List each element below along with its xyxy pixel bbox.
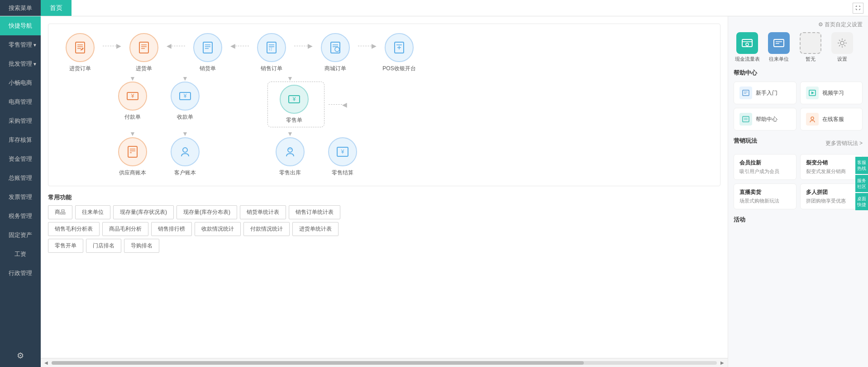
customer-account-icon — [171, 137, 200, 166]
btn-sales-profit[interactable]: 销售毛利分析表 — [48, 222, 100, 236]
sidebar-item-finance[interactable]: 资金管理 — [0, 150, 41, 169]
sidebar-item-salary[interactable]: 工资 — [0, 245, 41, 264]
btn-retail-open[interactable]: 零售开单 — [48, 239, 83, 253]
partner-label: 往来单位 — [769, 56, 789, 63]
quick-icon-partner[interactable]: 往来单位 — [765, 32, 792, 63]
sales-bill-icon — [193, 33, 222, 62]
float-btn-desktop[interactable]: 桌面 快捷 — [855, 193, 868, 210]
btn-sales-stat[interactable]: 销货单统计表 — [240, 205, 286, 219]
scroll-thumb[interactable] — [52, 361, 584, 365]
quick-icon-settings[interactable]: 设置 — [829, 32, 856, 63]
svg-text:¥: ¥ — [341, 149, 344, 155]
marketing-grid: 会员拉新 吸引用户成为会员 裂变分销 裂变式发展分销商 直播卖货 场景式购物新玩… — [734, 154, 863, 209]
retail-settle-icon: ¥ — [328, 137, 357, 166]
help-item-online-service[interactable]: 在线客服 — [800, 108, 863, 130]
btn-partner[interactable]: 往来单位 — [75, 205, 110, 219]
float-btn-community[interactable]: 服务 社区 — [855, 175, 868, 192]
payment-icon: ¥ — [118, 82, 147, 111]
btn-sales-rank[interactable]: 销售排行榜 — [151, 222, 192, 236]
purchase-bill-icon — [129, 33, 158, 62]
chevron-down-icon: ▼ — [33, 43, 37, 48]
scroll-left-arrow[interactable]: ◀ — [43, 359, 50, 367]
btn-payment-stat[interactable]: 付款情况统计 — [243, 222, 290, 236]
retail-out-icon — [276, 137, 305, 166]
marketing-fission[interactable]: 裂变分销 裂变式发展分销商 — [800, 154, 863, 180]
sidebar-item-ecommerce-mgmt[interactable]: 电商管理 — [0, 92, 41, 111]
quick-icons: 现金流量表 往来单位 暂无 — [734, 32, 863, 63]
float-btn-service[interactable]: 客服 热线 — [855, 157, 868, 174]
btn-store-rank[interactable]: 门店排名 — [86, 239, 121, 253]
sidebar-item-wholesale[interactable]: 批发管理 ▼ — [0, 54, 41, 73]
purchase-order-label: 进货订单 — [69, 65, 91, 72]
btn-guide-rank[interactable]: 导购排名 — [124, 239, 159, 253]
marketing-member[interactable]: 会员拉新 吸引用户成为会员 — [734, 154, 796, 180]
supplier-account-icon — [118, 137, 147, 166]
search-menu[interactable]: 搜索菜单 — [0, 0, 41, 16]
sales-order-icon: 订 — [257, 33, 286, 62]
marketing-livestream[interactable]: 直播卖货 场景式购物新玩法 — [734, 184, 796, 209]
partner-icon — [768, 32, 790, 54]
sidebar-item-tax[interactable]: 税务管理 — [0, 207, 41, 226]
svg-rect-0 — [76, 42, 85, 53]
help-grid: 新手入门 视频学习 帮助中心 — [734, 82, 863, 130]
btn-receipt-stat[interactable]: 收款情况统计 — [195, 222, 241, 236]
svg-text:订: 订 — [269, 47, 272, 51]
func-buttons-row2: 销售毛利分析表 商品毛利分析 销售排行榜 收款情况统计 付款情况统计 进货单统计… — [48, 222, 720, 236]
svg-rect-39 — [774, 39, 784, 47]
cashflow-label: 现金流量表 — [735, 56, 760, 63]
func-buttons-row3: 零售开单 门店排名 导购排名 — [48, 239, 720, 253]
settings-icon — [831, 32, 853, 54]
settings-gear-icon[interactable]: ⚙ — [0, 344, 41, 367]
marketing-title: 营销玩法 — [734, 137, 757, 145]
svg-rect-28 — [128, 146, 137, 157]
tab-home[interactable]: 首页 — [41, 0, 72, 16]
sidebar-item-ledger[interactable]: 总账管理 — [0, 169, 41, 188]
retail-out-label: 零售出库 — [279, 169, 301, 177]
svg-point-42 — [840, 41, 844, 45]
help-item-beginner[interactable]: 新手入门 — [734, 82, 796, 104]
sidebar-item-assets[interactable]: 固定资产 — [0, 226, 41, 245]
marketing-group-buy[interactable]: 多人拼团 拼团购物享受优惠 — [800, 184, 863, 209]
scroll-right-arrow[interactable]: ▶ — [719, 359, 726, 367]
svg-rect-43 — [743, 90, 749, 96]
helpcenter-icon — [739, 113, 752, 126]
btn-sales-order-stat[interactable]: 销售订单统计表 — [289, 205, 340, 219]
sales-bill-label: 销货单 — [200, 65, 216, 72]
sidebar-item-retail[interactable]: 零售管理 ▼ — [0, 35, 41, 54]
btn-stock-dist[interactable]: 现存量(库存分布表) — [176, 205, 237, 219]
sidebar: 快捷导航 零售管理 ▼ 批发管理 ▼ 小畅电商 电商管理 采购管理 库存核算 资… — [0, 16, 41, 367]
customize-button[interactable]: ⚙ 首页自定义设置 — [818, 21, 863, 29]
sidebar-item-ecommerce-small[interactable]: 小畅电商 — [0, 73, 41, 92]
mall-order-label: 商城订单 — [324, 65, 346, 72]
more-marketing-link[interactable]: 更多营销玩法 > — [825, 140, 863, 147]
payment-label: 付款单 — [124, 113, 141, 121]
common-functions-title: 常用功能 — [48, 193, 720, 202]
supplier-account-label: 供应商账本 — [119, 169, 146, 177]
help-item-video[interactable]: 视频学习 — [800, 82, 863, 104]
horizontal-scrollbar[interactable]: ◀ ▶ — [41, 358, 728, 367]
sales-order-label: 销售订单 — [261, 65, 282, 72]
quick-icon-cashflow[interactable]: 现金流量表 — [734, 32, 761, 63]
flow-diagram: 进货订单 ▶ 进货单 — [48, 24, 720, 186]
svg-point-33 — [288, 148, 292, 152]
sidebar-item-purchase[interactable]: 采购管理 — [0, 111, 41, 130]
empty-icon — [800, 32, 821, 54]
retail-settle-label: 零售结算 — [332, 169, 353, 177]
sidebar-item-admin[interactable]: 行政管理 — [0, 264, 41, 283]
quick-icon-empty[interactable]: 暂无 — [797, 32, 824, 63]
btn-purchase-stat[interactable]: 进货单统计表 — [292, 222, 339, 236]
retail-bill-icon: ¥ — [280, 85, 309, 114]
svg-point-38 — [746, 43, 749, 46]
help-item-helpcenter[interactable]: 帮助中心 — [734, 108, 796, 130]
sidebar-item-invoice[interactable]: 发票管理 — [0, 188, 41, 207]
scroll-track[interactable] — [52, 361, 717, 365]
btn-stock-status[interactable]: 现存量(库存状况表) — [113, 205, 174, 219]
fullscreen-button[interactable]: ⛶ — [853, 3, 863, 14]
cashflow-icon — [736, 32, 758, 54]
activity-title: 活动 — [734, 216, 863, 224]
right-panel: ⚙ 首页自定义设置 现金流量表 往来单位 — [728, 16, 868, 367]
sidebar-item-quicknav[interactable]: 快捷导航 — [0, 16, 41, 35]
btn-goods-profit[interactable]: 商品毛利分析 — [102, 222, 148, 236]
sidebar-item-inventory[interactable]: 库存核算 — [0, 130, 41, 150]
btn-goods[interactable]: 商品 — [48, 205, 72, 219]
